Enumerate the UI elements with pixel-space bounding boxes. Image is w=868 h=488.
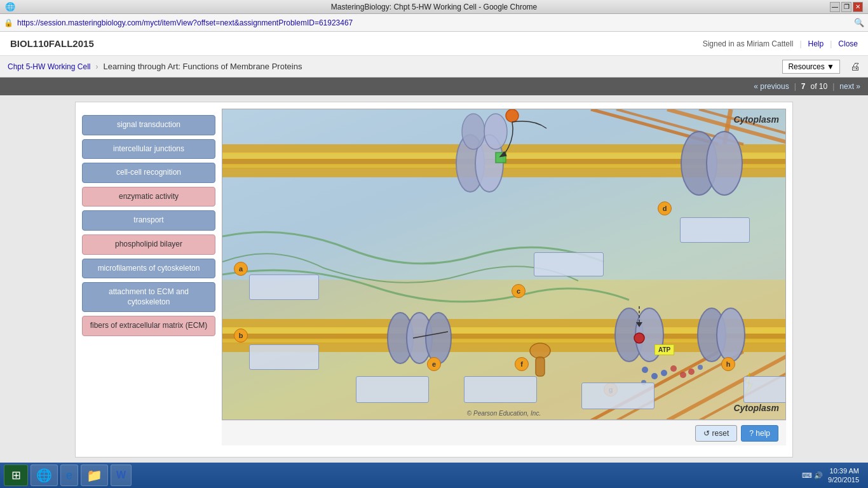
svg-point-55	[698, 365, 703, 370]
address-bar: 🔒 https://session.masteringbiology.com/m…	[0, 14, 868, 32]
separator: |	[799, 39, 801, 48]
answer-box-a[interactable]	[249, 274, 319, 300]
page-total: of 10	[810, 82, 827, 91]
label-microfilaments[interactable]: microfilaments of cytoskeleton	[82, 259, 215, 279]
answer-box-e[interactable]	[356, 376, 429, 403]
answer-box-h[interactable]	[743, 376, 786, 403]
taskbar-word[interactable]: W	[111, 464, 132, 486]
circle-label-a: a	[234, 262, 248, 276]
clock-time: 10:39 AM	[828, 466, 859, 475]
nav-bar: « previous | 7 of 10 | next »	[0, 78, 868, 95]
main-content: signal transduction intercellular juncti…	[0, 95, 868, 463]
label-signal-transduction[interactable]: signal transduction	[82, 115, 215, 135]
answer-box-g[interactable]	[581, 383, 654, 409]
nav-sep2: |	[832, 82, 834, 91]
label-intercellular-junctions[interactable]: intercellular junctions	[82, 139, 215, 159]
svg-point-26	[506, 109, 519, 122]
answer-box-f[interactable]	[464, 376, 537, 403]
nav-sep: |	[794, 82, 796, 91]
circle-label-c: c	[512, 284, 526, 298]
svg-point-51	[661, 370, 667, 376]
circle-label-h: h	[721, 357, 735, 371]
content-box: signal transduction intercellular juncti…	[75, 102, 793, 458]
circle-label-b: b	[234, 329, 248, 342]
separator2: |	[830, 39, 832, 48]
label-list: signal transduction intercellular juncti…	[82, 115, 215, 336]
answer-box-c[interactable]	[534, 252, 604, 276]
breadcrumb-bar: Chpt 5-HW Working Cell › Learning throug…	[0, 56, 868, 78]
svg-point-25	[484, 114, 507, 149]
circle-label-e: e	[427, 357, 441, 371]
circle-label-d: d	[658, 201, 672, 215]
cytoplasm-bottom-label: Cytoplasm	[733, 403, 779, 413]
maximize-button[interactable]: ❐	[841, 2, 851, 12]
diagram-image: a b c d e f g h i	[222, 109, 786, 420]
print-icon[interactable]: 🖨	[850, 61, 860, 72]
copyright-text: © Pearson Education, Inc.	[467, 410, 541, 417]
url-path: /myct/itemView?offset=next&assignmentPro…	[142, 18, 353, 27]
svg-point-53	[680, 372, 686, 378]
reset-button[interactable]: ↺ reset	[695, 425, 737, 442]
svg-point-49	[642, 367, 648, 373]
cytoplasm-top-label: Cytoplasm	[733, 114, 779, 125]
app-title: BIOL110FALL2015	[10, 38, 94, 49]
window-icon: 🌐	[5, 2, 15, 11]
system-tray: ⌨ 🔊 10:39 AM 9/20/2015	[802, 466, 864, 485]
svg-point-46	[717, 308, 745, 362]
window-controls[interactable]: — ❐ ✕	[830, 2, 863, 12]
label-transport[interactable]: transport	[82, 210, 215, 231]
lock-icon: 🔒	[4, 18, 13, 27]
help-link[interactable]: Help	[808, 39, 824, 48]
left-panel: signal transduction intercellular juncti…	[82, 109, 215, 451]
atp-label: ATP	[654, 344, 674, 355]
content-inner: signal transduction intercellular juncti…	[76, 102, 792, 457]
tray-icons: ⌨ 🔊	[802, 471, 823, 480]
signed-in-label: Signed in as Miriam Cattell	[703, 39, 794, 48]
search-icon[interactable]: 🔍	[854, 18, 864, 27]
label-cell-cell-recognition[interactable]: cell-cell recognition	[82, 163, 215, 183]
label-phospholipid-bilayer[interactable]: phospholipid bilayer	[82, 234, 215, 255]
close-button[interactable]: ✕	[853, 2, 863, 12]
svg-point-28	[707, 132, 742, 195]
answer-box-d[interactable]	[680, 217, 750, 243]
taskbar-explorer[interactable]: 📁	[81, 464, 108, 486]
breadcrumb-link[interactable]: Chpt 5-HW Working Cell	[8, 62, 90, 71]
label-attachment-ecm[interactable]: attachment to ECM and cytoskeleton	[82, 282, 215, 312]
start-button[interactable]: ⊞	[4, 464, 28, 486]
diagram-svg	[222, 109, 785, 419]
page-current: 7	[801, 82, 806, 91]
circle-label-f: f	[515, 357, 529, 371]
svg-point-52	[670, 365, 677, 372]
window-title: MasteringBiology: Chpt 5-HW Working Cell…	[331, 3, 538, 11]
url-display[interactable]: https://session.masteringbiology.com/myc…	[17, 18, 353, 27]
breadcrumb-separator: ›	[95, 62, 98, 71]
label-enzymatic-activity[interactable]: enzymatic activity	[82, 187, 215, 207]
resources-button[interactable]: Resources ▼	[782, 60, 840, 74]
clock-date: 9/20/2015	[828, 475, 859, 484]
svg-point-24	[462, 114, 485, 149]
svg-point-36	[426, 313, 451, 363]
taskbar-chrome[interactable]: 🌐	[31, 464, 58, 486]
header-links: Signed in as Miriam Cattell | Help | Clo…	[703, 39, 858, 48]
bottom-bar: ↺ reset ? help	[222, 420, 786, 445]
svg-point-37	[530, 343, 550, 358]
close-link[interactable]: Close	[838, 39, 858, 48]
page-title: Learning through Art: Functions of Membr…	[103, 62, 302, 71]
previous-link[interactable]: « previous	[754, 82, 789, 91]
url-base: https://session.masteringbiology.com	[17, 18, 142, 27]
minimize-button[interactable]: —	[830, 2, 840, 12]
help-button[interactable]: ? help	[741, 425, 778, 442]
svg-point-41	[634, 333, 644, 343]
label-fibers-ecm[interactable]: fibers of extracellular matrix (ECM)	[82, 316, 215, 336]
svg-point-50	[651, 373, 658, 379]
taskbar-ie[interactable]: e	[60, 464, 78, 486]
app-header: BIOL110FALL2015 Signed in as Miriam Catt…	[0, 32, 868, 56]
title-bar: 🌐 MasteringBiology: Chpt 5-HW Working Ce…	[0, 0, 868, 14]
next-link[interactable]: next »	[839, 82, 860, 91]
diagram-area: a b c d e f g h i	[222, 109, 786, 451]
taskbar: ⊞ 🌐 e 📁 W ⌨ 🔊 10:39 AM 9/20/2015	[0, 463, 868, 488]
svg-rect-38	[536, 357, 545, 376]
svg-point-54	[688, 369, 695, 375]
clock: 10:39 AM 9/20/2015	[828, 466, 859, 485]
answer-box-b[interactable]	[249, 344, 319, 370]
